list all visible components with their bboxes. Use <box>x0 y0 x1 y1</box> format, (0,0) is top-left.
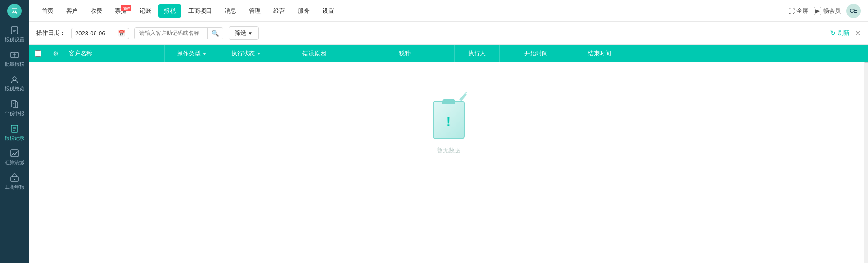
avatar[interactable]: CE <box>846 4 861 18</box>
th-customer-name: 客户名称 <box>65 45 165 62</box>
operation-type-filter-icon[interactable]: ▼ <box>202 51 207 56</box>
topnav-items: 首页 客户 收费 票据 new 记账 报税 工商项目 消息 管理 经营 服务 设… <box>36 4 788 18</box>
nav-item-baoshui[interactable]: 报税 <box>158 4 181 18</box>
search-wrap: 🔍 <box>134 27 223 39</box>
nav-item-fuwu[interactable]: 服务 <box>293 4 315 18</box>
video-icon: ▶ <box>814 7 821 15</box>
sidebar-item-gongshangnianbaos-label: 工商年报 <box>5 184 24 190</box>
piliangbaoshui-icon <box>10 50 19 60</box>
calendar-icon: 📅 <box>118 30 125 37</box>
sidebar-item-baoshuizonglan-label: 报税总览 <box>5 86 24 92</box>
th-error-reason: 错误原因 <box>273 45 355 62</box>
sidebar-item-baoshuizonglan[interactable]: 报税总览 <box>0 71 29 95</box>
refresh-button[interactable]: ↻ 刷新 <box>830 29 849 37</box>
sidebar-item-baoshuishezhi-label: 报税设置 <box>5 37 24 43</box>
th-checkbox[interactable] <box>29 45 47 62</box>
search-button[interactable]: 🔍 <box>207 28 223 39</box>
huisuanjiaona-icon <box>10 148 19 158</box>
sidebar-item-baoshuijilu-label: 报税记录 <box>5 135 24 141</box>
th-end-time: 结束时间 <box>572 45 627 62</box>
nav-item-shouye[interactable]: 首页 <box>36 4 59 18</box>
sidebar-item-geshuishenbao-label: 个税申报 <box>5 111 24 117</box>
svg-point-5 <box>13 77 16 80</box>
svg-rect-12 <box>11 150 18 157</box>
close-button[interactable]: ✕ <box>855 29 861 38</box>
nav-item-shezhi[interactable]: 设置 <box>317 4 340 18</box>
toolbar: 操作日期： 📅 🔍 筛选 ▼ ↻ 刷新 ✕ <box>29 22 868 45</box>
th-start-time: 开始时间 <box>500 45 572 62</box>
scrollbar-right[interactable] <box>864 45 868 263</box>
exclamation-mark: ! <box>446 115 451 129</box>
sidebar-item-piliangbaoshui-label: 批量报税 <box>5 61 24 67</box>
gongshangnianbaos-icon <box>10 173 19 183</box>
date-picker[interactable]: 📅 <box>71 28 129 39</box>
sidebar-item-geshuishenbao[interactable]: 个税申报 <box>0 96 29 120</box>
sidebar-item-gongshangnianbaos[interactable]: 工商年报 <box>0 169 29 194</box>
baoshuizonglan-icon <box>10 74 19 84</box>
execution-status-filter-icon[interactable]: ▼ <box>257 51 261 56</box>
nav-item-kehu[interactable]: 客户 <box>61 4 83 18</box>
empty-text: 暂无数据 <box>437 146 460 155</box>
clipboard-clip <box>442 99 455 104</box>
chevron-down-icon: ▼ <box>248 31 253 36</box>
table-header: ⚙ 客户名称 操作类型 ▼ 执行状态 ▼ 错误原因 税种 <box>29 45 868 62</box>
sidebar-item-huisuanjiaona[interactable]: 汇算清缴 <box>0 145 29 169</box>
nav-item-jizhan[interactable]: 记账 <box>134 4 157 18</box>
main-area: 首页 客户 收费 票据 new 记账 报税 工商项目 消息 管理 经营 服务 设… <box>29 0 868 263</box>
refresh-icon: ↻ <box>830 29 836 37</box>
svg-rect-6 <box>11 101 16 107</box>
fullscreen-button[interactable]: ⛶ 全屏 <box>788 7 808 15</box>
new-badge-piaoju: new <box>121 5 131 11</box>
th-execution-status: 执行状态 ▼ <box>219 45 273 62</box>
search-icon: 🔍 <box>211 30 219 37</box>
topnav-right: ⛶ 全屏 ▶ 畅会员 CE <box>788 4 861 18</box>
nav-item-piaoju[interactable]: 票据 new <box>110 4 132 18</box>
topnav: 首页 客户 收费 票据 new 记账 报税 工商项目 消息 管理 经营 服务 设… <box>29 0 868 22</box>
sidebar-item-baoshuishezhi[interactable]: 报税设置 <box>0 22 29 46</box>
member-button[interactable]: ▶ 畅会员 <box>814 7 841 15</box>
sidebar-item-huisuanjiaona-label: 汇算清缴 <box>5 160 24 166</box>
fullscreen-icon: ⛶ <box>788 7 795 15</box>
nav-item-gongshangxiangmu[interactable]: 工商项目 <box>183 4 217 18</box>
baoshuijilu-icon <box>10 124 19 134</box>
sidebar-item-baoshuijilu[interactable]: 报税记录 <box>0 120 29 145</box>
empty-illustration: ! <box>426 89 471 139</box>
nav-item-jingying[interactable]: 经营 <box>268 4 291 18</box>
svg-rect-14 <box>14 179 15 180</box>
nav-item-guanli[interactable]: 管理 <box>244 4 266 18</box>
sidebar-logo: 云 <box>0 0 29 22</box>
empty-state: ! 暂无数据 <box>29 62 868 173</box>
toolbar-right: ↻ 刷新 ✕ <box>830 29 861 38</box>
sidebar-item-piliangbaoshui[interactable]: 批量报税 <box>0 46 29 71</box>
geshuishenbao-icon <box>10 99 19 109</box>
select-all-checkbox[interactable] <box>35 50 41 57</box>
th-tax-type: 税种 <box>355 45 455 62</box>
filter-label: 筛选 <box>235 29 246 37</box>
filter-button[interactable]: 筛选 ▼ <box>229 26 259 40</box>
th-operation-type: 操作类型 ▼ <box>165 45 219 62</box>
table-container: ⚙ 客户名称 操作类型 ▼ 执行状态 ▼ 错误原因 税种 <box>29 45 868 263</box>
search-input[interactable] <box>135 28 207 39</box>
th-executor: 执行人 <box>455 45 500 62</box>
clipboard-body: ! <box>433 101 465 139</box>
th-gear[interactable]: ⚙ <box>47 45 65 62</box>
baoshuishezhi-icon <box>10 25 19 35</box>
date-label: 操作日期： <box>36 29 66 37</box>
logo-icon: 云 <box>7 4 22 18</box>
content: 操作日期： 📅 🔍 筛选 ▼ ↻ 刷新 ✕ <box>29 22 868 263</box>
gear-icon: ⚙ <box>53 50 59 57</box>
date-input[interactable] <box>75 30 115 37</box>
nav-item-xiaoxi[interactable]: 消息 <box>219 4 242 18</box>
sidebar: 云 报税设置 批量报税 报税总览 <box>0 0 29 263</box>
nav-item-shoufei[interactable]: 收费 <box>85 4 108 18</box>
